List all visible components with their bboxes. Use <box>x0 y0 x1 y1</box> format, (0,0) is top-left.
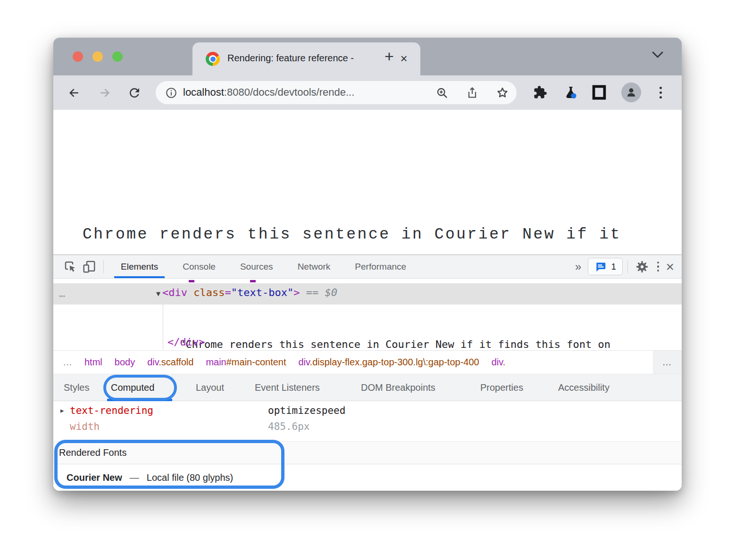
browser-toolbar: localhost:8080/docs/devtools/rende... <box>53 75 682 110</box>
clipped-dom-line-fragment <box>189 280 194 282</box>
tab-strip: Rendering: feature reference - × + <box>53 38 682 75</box>
breadcrumb-item-body[interactable]: body <box>115 357 135 368</box>
settings-gear-icon[interactable] <box>633 257 651 276</box>
tab-title: Rendering: feature reference - <box>227 53 393 66</box>
tab-styles[interactable]: Styles <box>64 374 89 401</box>
tab-accessibility[interactable]: Accessibility <box>558 374 610 401</box>
back-button[interactable] <box>65 83 84 102</box>
dom-equals: == <box>300 287 325 298</box>
computed-pane: ▸ text-rendering optimizespeed width 485… <box>53 401 682 441</box>
toolbar-divider <box>627 260 628 273</box>
breadcrumb-overflow-right[interactable]: … <box>653 351 682 374</box>
url-path: :8080/docs/devtools/rende... <box>224 86 354 98</box>
property-name[interactable]: text-rendering <box>70 405 153 416</box>
breadcrumb-item-div-display-flex[interactable]: div.display-flex.gap-top-300.lg\:gap-top… <box>299 357 479 368</box>
minimize-window-button[interactable] <box>92 51 103 62</box>
dom-closing-tag[interactable]: </div> <box>167 336 205 348</box>
dom-attr-eq: = <box>225 287 231 298</box>
new-tab-button[interactable]: + <box>379 46 400 67</box>
url-text[interactable]: localhost:8080/docs/devtools/rende... <box>183 86 354 99</box>
tab-sources[interactable]: Sources <box>228 255 285 278</box>
rendered-fonts-entry: Courier New — Local file (80 glyphs) <box>53 464 682 491</box>
device-toolbar-icon[interactable] <box>80 257 99 276</box>
toolbar-divider <box>103 260 104 273</box>
tab-properties[interactable]: Properties <box>480 374 523 401</box>
issues-count: 1 <box>611 262 616 272</box>
property-name[interactable]: width <box>70 421 100 432</box>
tab-event-listeners[interactable]: Event Listeners <box>255 374 320 401</box>
site-info-icon[interactable] <box>162 84 180 102</box>
dom-dollar-zero: $0 <box>325 287 337 298</box>
breadcrumb: … html body div.scaffold main#main-conte… <box>53 350 682 374</box>
dom-attr-name: class <box>193 287 225 298</box>
more-tabs-icon[interactable]: » <box>568 260 588 273</box>
clipped-dom-line-fragment <box>250 280 256 282</box>
breadcrumb-item-div-scaffold[interactable]: div.scaffold <box>147 357 193 368</box>
reload-button[interactable] <box>125 83 144 102</box>
share-icon[interactable] <box>463 84 481 102</box>
url-host: localhost <box>183 86 224 98</box>
devtools-panel: Elements Console Sources Network Perform… <box>53 255 682 491</box>
rendered-fonts-header: Rendered Fonts <box>53 441 682 464</box>
tab-network[interactable]: Network <box>285 255 343 278</box>
computed-property-row[interactable]: ▸ text-rendering optimizespeed <box>53 404 682 420</box>
browser-menu-icon[interactable] <box>651 82 670 102</box>
tab-performance[interactable]: Performance <box>342 255 418 278</box>
sentence-line-1: Chrome renders this sentence in Courier … <box>83 218 621 251</box>
issues-bubble-icon <box>594 261 607 273</box>
dom-indent-guide <box>163 305 163 350</box>
breadcrumb-fade <box>626 351 653 374</box>
tab-elements[interactable]: Elements <box>109 255 170 278</box>
dom-selected-row[interactable]: … ▼<div class="text-box"> == $0 <box>53 283 682 305</box>
elements-sidebar-tabs: Styles Computed Layout Event Listeners D… <box>53 374 682 401</box>
address-bar[interactable]: localhost:8080/docs/devtools/rende... <box>156 81 517 104</box>
property-value: 485.6px <box>268 421 310 432</box>
tab-layout[interactable]: Layout <box>196 374 224 401</box>
tab-search-chevron-icon[interactable] <box>651 51 664 58</box>
chrome-favicon-icon <box>206 52 220 66</box>
page-viewport: Chrome renders this sentence in Courier … <box>53 110 682 255</box>
side-panel-icon[interactable] <box>589 82 609 102</box>
tab-computed[interactable]: Computed <box>111 374 154 401</box>
rendered-font-detail: Local file (80 glyphs) <box>147 472 233 483</box>
rendered-font-separator: — <box>130 472 139 483</box>
forward-button[interactable] <box>95 83 114 102</box>
breadcrumb-item-div-truncated[interactable]: div. <box>492 357 506 368</box>
tab-dom-breakpoints[interactable]: DOM Breakpoints <box>361 374 435 401</box>
flask-extension-icon[interactable] <box>561 82 581 102</box>
inspect-element-icon[interactable] <box>61 257 80 276</box>
bookmark-star-icon[interactable] <box>493 84 511 102</box>
devtools-menu-icon[interactable] <box>651 262 665 272</box>
extensions-puzzle-icon[interactable] <box>530 82 550 102</box>
devtools-toolbar: Elements Console Sources Network Perform… <box>53 255 682 279</box>
close-window-button[interactable] <box>73 51 83 62</box>
dom-tag-open: <div <box>162 287 193 298</box>
breadcrumb-item-html[interactable]: html <box>84 357 102 368</box>
close-devtools-icon[interactable]: × <box>666 260 674 274</box>
expand-arrow-icon[interactable]: ▼ <box>156 289 160 298</box>
tab-console[interactable]: Console <box>170 255 228 278</box>
rendered-font-name: Courier New <box>67 472 122 483</box>
dom-attr-value: "text-box" <box>231 287 293 298</box>
profile-avatar[interactable] <box>621 82 641 102</box>
zoom-window-button[interactable] <box>112 51 123 62</box>
dom-row-ellipsis[interactable]: … <box>59 288 66 299</box>
breadcrumb-overflow-left[interactable]: … <box>63 357 73 368</box>
issues-button[interactable]: 1 <box>588 258 623 275</box>
browser-window: Rendering: feature reference - × + local… <box>53 38 682 491</box>
dom-node-code: ▼<div class="text-box"> == $0 <box>156 287 337 298</box>
computed-property-row[interactable]: width 485.6px <box>53 420 682 436</box>
zoom-icon[interactable] <box>433 84 451 102</box>
dom-tag-close: > <box>293 287 300 298</box>
property-expand-icon[interactable]: ▸ <box>60 406 64 415</box>
breadcrumb-item-main-content[interactable]: main#main-content <box>206 357 286 368</box>
property-value: optimizespeed <box>268 405 345 416</box>
